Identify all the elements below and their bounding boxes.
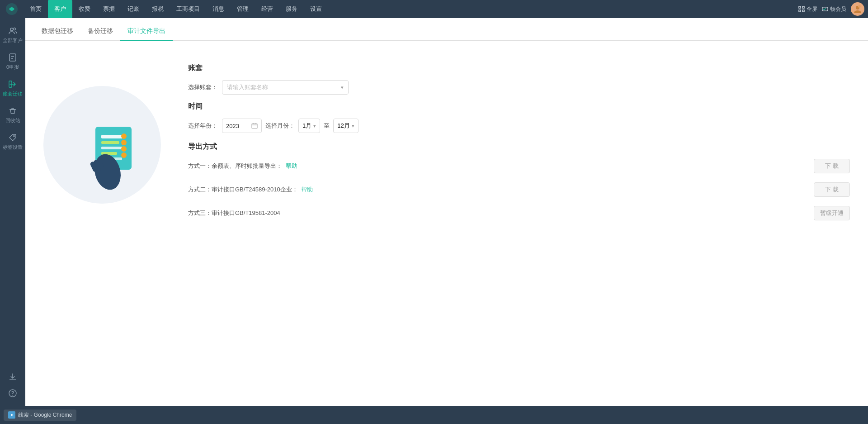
method3-text: 方式三：审计接口GB/T19581-2004 <box>188 209 809 217</box>
method1-row: 方式一：余额表、序时账批量导出： 帮助 下 载 <box>188 159 850 173</box>
sidebar-label-migrate: 账套迁移 <box>3 91 23 97</box>
svg-rect-1 <box>799 6 801 8</box>
nav-operation[interactable]: 经营 <box>255 0 279 18</box>
method2-help-link[interactable]: 帮助 <box>301 186 313 193</box>
sidebar-item-migrate[interactable]: 账套迁移 <box>0 75 25 102</box>
taskbar: 线索 - Google Chrome <box>0 406 868 424</box>
tab-backup-migration[interactable]: 备份迁移 <box>80 22 120 41</box>
account-label: 选择账套： <box>188 83 217 91</box>
year-input-wrap[interactable] <box>222 119 262 133</box>
nav-home[interactable]: 首页 <box>24 0 48 18</box>
account-form-row: 选择账套： 请输入账套名称 ▾ <box>188 80 850 95</box>
tab-bar: 数据包迁移 备份迁移 审计文件导出 <box>25 18 868 41</box>
chrome-icon <box>8 411 15 419</box>
sidebar: 全部客户 0申报 账套迁移 回收站 <box>0 18 25 406</box>
month-label: 选择月份： <box>265 122 295 130</box>
time-section-title: 时间 <box>188 102 850 111</box>
fullscreen-btn[interactable]: 全屏 <box>798 5 817 13</box>
svg-point-8 <box>10 28 13 31</box>
sidebar-item-all-customers[interactable]: 全部客户 <box>0 22 25 48</box>
svg-rect-10 <box>9 54 16 61</box>
content-area: 数据包迁移 备份迁移 审计文件导出 <box>25 18 868 406</box>
svg-point-22 <box>121 140 127 145</box>
svg-point-24 <box>121 152 127 158</box>
month-end-select[interactable]: 12月 ▾ 1月2月3月4月 5月6月7月8月 9月10月11月12月 <box>333 119 358 133</box>
nav-bills[interactable]: 票据 <box>97 0 121 18</box>
method2-text: 方式二：审计接口GB/T24589-2010企业： 帮助 <box>188 186 809 194</box>
svg-rect-3 <box>799 10 801 12</box>
svg-rect-29 <box>252 124 257 129</box>
nav-customers[interactable]: 客户 <box>48 0 72 18</box>
vip-label: 畅会员 <box>830 5 846 13</box>
svg-point-31 <box>11 414 13 416</box>
app-logo <box>4 1 20 17</box>
taskbar-item-label: 线索 - Google Chrome <box>18 411 72 419</box>
svg-point-14 <box>12 395 13 396</box>
nav-business[interactable]: 工商项目 <box>170 0 206 18</box>
sidebar-label-all-customers: 全部客户 <box>3 37 23 44</box>
account-select-wrap[interactable]: 请输入账套名称 ▾ <box>222 80 349 95</box>
tab-audit-export[interactable]: 审计文件导出 <box>120 22 173 41</box>
top-nav: 首页 客户 收费 票据 记账 报税 工商项目 消息 管理 经营 服务 设置 全屏 <box>0 0 868 18</box>
year-label: 选择年份： <box>188 122 217 130</box>
sidebar-label-zero-report: 0申报 <box>6 64 19 71</box>
nav-fees[interactable]: 收费 <box>72 0 97 18</box>
nav-manage[interactable]: 管理 <box>231 0 255 18</box>
form-section: 账套 选择账套： 请输入账套名称 ▾ 时间 <box>188 54 850 235</box>
svg-point-23 <box>121 146 127 152</box>
to-label: 至 <box>324 122 330 130</box>
sidebar-bottom <box>8 370 17 406</box>
year-input[interactable] <box>226 123 249 129</box>
nav-right: 全屏 畅会员 <box>798 2 864 16</box>
taskbar-chrome-item[interactable]: 线索 - Google Chrome <box>4 410 76 421</box>
nav-settings[interactable]: 设置 <box>304 0 328 18</box>
account-section-title: 账套 <box>188 63 850 73</box>
export-methods-title: 导出方式 <box>188 142 850 152</box>
time-form-row: 选择年份： 选择月份： <box>188 119 850 133</box>
sidebar-item-recycle[interactable]: 回收站 <box>0 102 25 129</box>
sidebar-item-download[interactable] <box>8 370 17 384</box>
svg-rect-17 <box>101 141 119 144</box>
svg-rect-4 <box>802 10 804 12</box>
svg-rect-2 <box>802 6 804 8</box>
svg-point-7 <box>858 5 861 8</box>
method1-text: 方式一：余额表、序时账批量导出： 帮助 <box>188 162 809 170</box>
method2-row: 方式二：审计接口GB/T24589-2010企业： 帮助 下 载 <box>188 182 850 197</box>
nav-service[interactable]: 服务 <box>279 0 304 18</box>
fullscreen-label: 全屏 <box>807 5 817 13</box>
tab-data-migration[interactable]: 数据包迁移 <box>34 22 80 41</box>
page-content: 账套 选择账套： 请输入账套名称 ▾ 时间 <box>25 41 868 406</box>
sidebar-item-tag-settings[interactable]: 标签设置 <box>0 129 25 155</box>
nav-items: 首页 客户 收费 票据 记账 报税 工商项目 消息 管理 经营 服务 设置 <box>24 0 798 18</box>
illustration-circle <box>43 86 161 204</box>
svg-point-9 <box>14 28 16 30</box>
avatar[interactable] <box>851 2 864 16</box>
sidebar-label-recycle: 回收站 <box>5 117 20 124</box>
method2-download-btn[interactable]: 下 载 <box>814 182 850 197</box>
time-inputs-row: 选择月份： 1月 ▾ 1月2月3月4月 5月6月7月8月 9月10月11月12月 <box>222 119 359 133</box>
sidebar-item-help[interactable] <box>8 386 17 400</box>
calendar-icon <box>251 123 258 129</box>
nav-tax[interactable]: 报税 <box>146 0 170 18</box>
method3-row: 方式三：审计接口GB/T19581-2004 暂缓开通 <box>188 206 850 220</box>
nav-messages[interactable]: 消息 <box>206 0 231 18</box>
vip-btn[interactable]: 畅会员 <box>822 5 846 13</box>
svg-point-21 <box>121 133 127 139</box>
illustration-area <box>43 54 161 235</box>
month-start-select[interactable]: 1月 ▾ 1月2月3月4月 5月6月7月8月 9月10月11月12月 <box>298 119 320 133</box>
sidebar-item-zero-report[interactable]: 0申报 <box>0 48 25 75</box>
method3-coming-soon-btn[interactable]: 暂缓开通 <box>814 206 850 220</box>
method1-download-btn[interactable]: 下 载 <box>814 159 850 173</box>
main-layout: 全部客户 0申报 账套迁移 回收站 <box>0 18 868 406</box>
nav-bookkeeping[interactable]: 记账 <box>121 0 146 18</box>
export-container: 账套 选择账套： 请输入账套名称 ▾ 时间 <box>43 54 850 235</box>
svg-point-12 <box>14 136 15 137</box>
sidebar-label-tag-settings: 标签设置 <box>3 144 23 151</box>
method1-help-link[interactable]: 帮助 <box>286 162 297 169</box>
